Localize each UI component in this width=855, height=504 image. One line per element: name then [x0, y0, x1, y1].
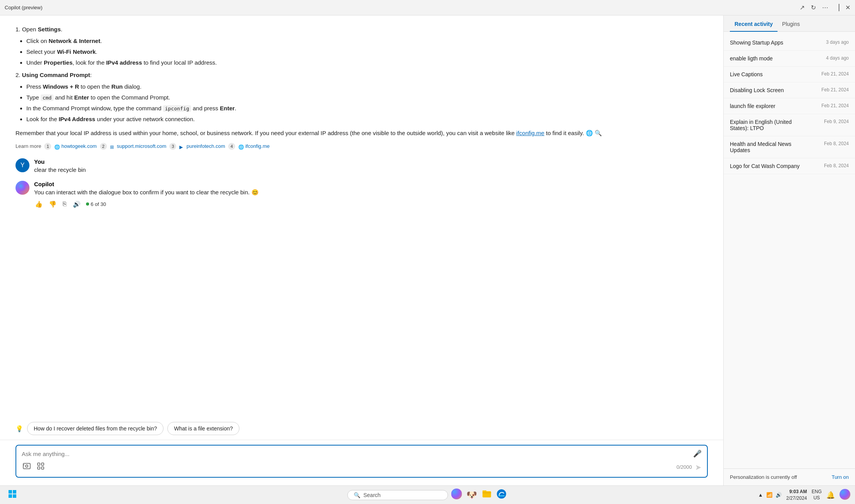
- copy-icon: ⎘: [63, 201, 67, 207]
- input-bottom-right: 0/2000 ➤: [676, 463, 702, 472]
- activity-date-3: Feb 21, 2024: [821, 71, 849, 77]
- windows-icon: [8, 489, 17, 499]
- open-external-icon[interactable]: ↗: [800, 4, 805, 11]
- taskbar-volume-icon[interactable]: 🔊: [776, 492, 782, 498]
- copy-button[interactable]: ⎘: [62, 200, 67, 208]
- activity-item-explain[interactable]: Explain in English (United States): LTPO…: [724, 114, 855, 136]
- thumbs-up-icon: 👍: [35, 201, 43, 208]
- taskbar-time: 9:03 AM: [786, 489, 807, 495]
- svg-rect-4: [41, 463, 44, 465]
- copilot-avatar: [15, 181, 29, 195]
- taskbar-edge-icon[interactable]: [495, 487, 508, 503]
- activity-date-7: Feb 8, 2024: [824, 141, 849, 146]
- taskbar-clock[interactable]: 9:03 AM 2/27/2024: [786, 489, 807, 502]
- source-4-favicon: 🌐: [238, 144, 244, 149]
- step2-num: 2.: [15, 72, 22, 78]
- taskbar-file-manager-icon[interactable]: [480, 487, 493, 503]
- taskbar-chevron-icon[interactable]: ▲: [758, 492, 763, 498]
- activity-title-8: Logo for Cat Wash Company: [730, 163, 800, 169]
- suggestion-1-button[interactable]: How do I recover deleted files from the …: [27, 422, 163, 435]
- title-bar-controls: ↗ ↻ ⋯ ▕ ✕: [800, 4, 850, 11]
- input-bottom-row: 0/2000 ➤: [22, 461, 702, 473]
- source-2-link[interactable]: ⊞ support.microsoft.com: [110, 142, 167, 151]
- taskbar-search-box[interactable]: 🔍 Search: [347, 490, 448, 500]
- taskbar-left: [5, 488, 20, 502]
- activity-date-2: 4 days ago: [826, 55, 849, 61]
- region-select-button[interactable]: [36, 461, 46, 473]
- step1-num: 1.: [15, 26, 22, 33]
- message-actions: 👍 👎 ⎘ 🔊 6 of 30: [34, 200, 259, 209]
- split-view-icon[interactable]: ▕: [834, 4, 839, 11]
- thumbs-down-icon: 👎: [49, 201, 57, 208]
- source-3-link[interactable]: ▶ pureinfotech.com: [179, 142, 225, 151]
- start-button[interactable]: [5, 488, 20, 502]
- right-panel-tabs: Recent activity Plugins: [724, 15, 855, 32]
- title-bar: Copilot (preview) ↗ ↻ ⋯ ▕ ✕: [0, 0, 855, 15]
- user-message-text: clear the recycle bin: [34, 166, 86, 173]
- activity-item-live-captions[interactable]: Live Captions Feb 21, 2024: [724, 67, 855, 82]
- svg-point-2: [26, 465, 28, 467]
- close-icon[interactable]: ✕: [845, 4, 850, 11]
- send-icon: ➤: [695, 463, 702, 471]
- activity-date-6: Feb 9, 2024: [824, 119, 849, 124]
- ai-para: Remember that your local IP address is u…: [15, 129, 708, 138]
- activity-item-showing-startup[interactable]: Showing Startup Apps 3 days ago: [724, 35, 855, 51]
- activity-title-2: enable ligth mode: [730, 55, 773, 62]
- svg-rect-7: [9, 490, 12, 494]
- activity-item-cat-wash[interactable]: Logo for Cat Wash Company Feb 8, 2024: [724, 158, 855, 174]
- microphone-icon: 🎤: [693, 450, 702, 458]
- chat-input[interactable]: [22, 451, 693, 457]
- activity-item-lock-screen[interactable]: Disabling Lock Screen Feb 21, 2024: [724, 82, 855, 98]
- taskbar-dog-icon[interactable]: 🐶: [465, 489, 478, 502]
- more-options-icon[interactable]: ⋯: [822, 4, 828, 11]
- refresh-icon[interactable]: ↻: [811, 4, 816, 11]
- taskbar-copilot-taskbar[interactable]: [840, 489, 850, 501]
- user-message-body: You clear the recycle bin: [34, 158, 86, 173]
- svg-point-0: [18, 183, 27, 192]
- svg-rect-1: [23, 463, 30, 469]
- activity-title-7: Health and Medical News Updates: [730, 141, 807, 153]
- thumbs-up-button[interactable]: 👍: [34, 200, 43, 209]
- svg-rect-6: [41, 467, 44, 469]
- suggestion-2-button[interactable]: What is a file extension?: [167, 422, 239, 435]
- taskbar-lang-label: ENG: [812, 489, 822, 495]
- tab-plugins[interactable]: Plugins: [778, 15, 805, 32]
- svg-rect-10: [13, 494, 16, 498]
- region-select-icon: [36, 462, 45, 470]
- speaker-icon: 🔊: [73, 201, 81, 208]
- copilot-message: Copilot You can interact with the dialog…: [15, 181, 708, 209]
- thumbs-down-button[interactable]: 👎: [48, 200, 57, 209]
- source-1-favicon: 🌐: [54, 144, 60, 149]
- taskbar-right: ▲ 📶 🔊 9:03 AM 2/27/2024 ENG US 🔔: [758, 489, 850, 502]
- turn-on-button[interactable]: Turn on: [832, 474, 849, 480]
- source-3-favicon: ▶: [179, 144, 185, 149]
- activity-item-ligth-mode[interactable]: enable ligth mode 4 days ago: [724, 51, 855, 67]
- ifconfig-link[interactable]: ifconfig.me: [516, 130, 545, 136]
- char-count: 0/2000: [676, 464, 692, 470]
- send-button[interactable]: ➤: [695, 463, 702, 472]
- taskbar-network-icon[interactable]: 📶: [766, 492, 772, 498]
- tab-recent-activity[interactable]: Recent activity: [730, 15, 778, 32]
- taskbar-search-icon: 🔍: [354, 492, 360, 498]
- taskbar-copilot-icon[interactable]: [449, 487, 463, 503]
- activity-item-file-explorer[interactable]: launch file explorer Feb 21, 2024: [724, 98, 855, 114]
- suggest-bulb-icon: 💡: [15, 425, 23, 432]
- source-2-favicon: ⊞: [110, 144, 115, 149]
- personalization-text: Personalization is currently off: [730, 474, 797, 480]
- activity-list: Showing Startup Apps 3 days ago enable l…: [724, 32, 855, 468]
- activity-title-4: Disabling Lock Screen: [730, 87, 784, 93]
- speaker-button[interactable]: 🔊: [72, 200, 81, 209]
- activity-item-health[interactable]: Health and Medical News Updates Feb 8, 2…: [724, 136, 855, 158]
- screenshot-button[interactable]: [22, 461, 32, 473]
- chat-messages: 1. Open Settings. Click on Network & Int…: [0, 15, 723, 417]
- svg-rect-12: [482, 491, 491, 497]
- taskbar-lang[interactable]: ENG US: [812, 489, 822, 501]
- taskbar-region-label: US: [812, 495, 822, 501]
- source-1-link[interactable]: 🌐 howtogeek.com: [54, 142, 96, 151]
- microphone-button[interactable]: 🎤: [693, 449, 702, 458]
- taskbar-notification-icon[interactable]: 🔔: [826, 491, 835, 499]
- count-label: 6 of 30: [91, 201, 106, 207]
- source-4-link[interactable]: 🌐 ifconfig.me: [238, 142, 270, 151]
- count-dot: [86, 202, 89, 206]
- bullet-1: Click on Network & Internet.: [26, 36, 708, 46]
